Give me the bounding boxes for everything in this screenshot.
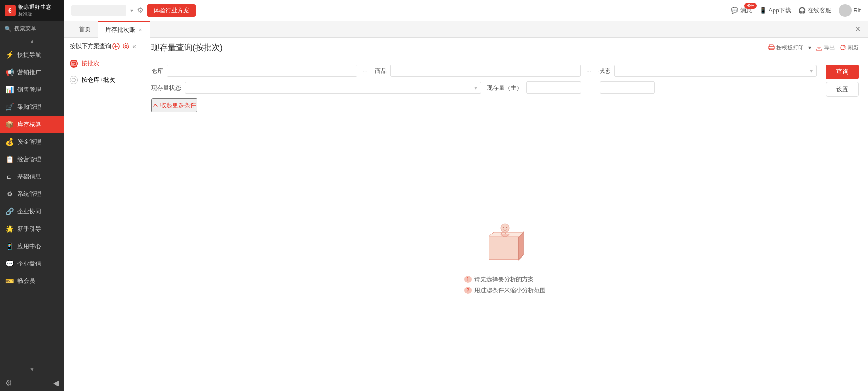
print-template-btn[interactable]: 按模板打印: [768, 44, 804, 52]
tab-close-btn[interactable]: ×: [138, 27, 143, 33]
collapse-more-btn[interactable]: 收起更多条件: [151, 98, 197, 112]
header-left: ▾ ⚙ 体验行业方案: [71, 4, 196, 17]
sidebar-item-label: 库存核算: [17, 120, 41, 129]
sidebar-item-system[interactable]: ⚙ 系统管理: [0, 185, 64, 203]
header-gear-button[interactable]: ⚙: [137, 6, 143, 15]
title-actions: 按模板打印 ▾ 导出 刷新: [768, 44, 859, 52]
inventory-status-select[interactable]: ▾: [185, 82, 481, 94]
inventory-batch-label: 库存批次账: [105, 26, 135, 34]
empty-hints: 1 请先选择要分析的方案 2 用过滤条件来缩小分析范围: [464, 275, 546, 294]
filter-add-btn[interactable]: [112, 43, 120, 50]
close-top-btn[interactable]: ✕: [855, 25, 861, 33]
query-button[interactable]: 查询: [826, 65, 859, 79]
sidebar-item-label: 快捷导航: [17, 51, 41, 59]
print-dropdown-btn[interactable]: ▾: [808, 44, 811, 51]
qty-dash: —: [588, 84, 593, 91]
sidebar-item-quick-nav[interactable]: ⚡ 快捷导航: [0, 46, 64, 64]
action-buttons: 查询 设置: [826, 65, 859, 97]
sidebar-item-operations[interactable]: 📋 经营管理: [0, 151, 64, 168]
page-title: 现存量查询(按批次): [151, 42, 223, 53]
sidebar-item-label: 销售管理: [17, 86, 41, 94]
experience-button[interactable]: 体验行业方案: [147, 4, 196, 17]
app-subtitle: 标准版: [18, 11, 51, 17]
sidebar-item-purchase[interactable]: 🛒 采购管理: [0, 98, 64, 116]
warehouse-batch-scheme-label: 按仓库+批次: [82, 76, 115, 84]
settings-footer-icon[interactable]: ⚙: [5, 379, 12, 387]
sidebar-item-sales[interactable]: 📊 销售管理: [0, 81, 64, 98]
product-more-btn[interactable]: ···: [584, 67, 593, 74]
messages-action[interactable]: 💬 消息 99+: [731, 6, 752, 15]
warehouse-batch-icon: [71, 78, 76, 82]
headset-icon: 🎧: [798, 7, 806, 14]
sidebar-scroll-down[interactable]: ▼: [28, 365, 36, 374]
appstore-icon: 📱: [5, 242, 14, 250]
tab-inventory-batch[interactable]: 库存批次账 ×: [98, 21, 150, 38]
export-icon: [816, 44, 822, 51]
user-action[interactable]: Rit: [839, 4, 861, 17]
sidebar-item-newbie[interactable]: 🌟 新手引导: [0, 220, 64, 238]
svg-point-19: [503, 227, 504, 228]
warehouse-more-btn[interactable]: ···: [361, 67, 369, 74]
batch-icon: [71, 61, 77, 66]
filter-collapse-btn[interactable]: «: [132, 43, 136, 50]
inventory-qty-min-input[interactable]: [526, 81, 581, 94]
avatar: [839, 4, 852, 17]
app-download-action[interactable]: 📱 App下载: [759, 6, 791, 15]
sidebar-item-label: 企业协同: [17, 207, 41, 216]
sidebar-item-label: 资金管理: [17, 138, 41, 146]
finance-icon: 💰: [5, 138, 14, 146]
app-download-label: App下载: [769, 6, 791, 15]
top-header: ▾ ⚙ 体验行业方案 💬 消息 99+ 📱 App下载 🎧 在线客服 Rit: [64, 0, 868, 21]
filter-scheme-batch[interactable]: 按批次: [64, 55, 142, 72]
filter-panel-header: 按以下方案查询: [64, 38, 142, 55]
sidebar-item-finance[interactable]: 💰 资金管理: [0, 133, 64, 151]
inventory-qty-max-input[interactable]: [600, 81, 655, 94]
sidebar-item-membership[interactable]: 🎫 畅会员: [0, 272, 64, 290]
online-service-action[interactable]: 🎧 在线客服: [798, 6, 831, 15]
sidebar-item-appstore[interactable]: 📱 应用中心: [0, 238, 64, 255]
print-icon: [768, 44, 775, 51]
warehouse-input[interactable]: [167, 65, 357, 77]
basics-icon: 🗂: [5, 173, 14, 181]
filter-panel-title: 按以下方案查询: [70, 42, 111, 50]
product-filter: 商品 ···: [375, 65, 593, 77]
dropdown-button[interactable]: ▾: [130, 7, 133, 14]
inventory-icon: 📦: [5, 120, 14, 129]
sidebar-search[interactable]: 🔍 搜索菜单: [0, 21, 64, 36]
sidebar-item-marketing[interactable]: 📢 营销推广: [0, 64, 64, 81]
product-input[interactable]: [390, 65, 581, 77]
message-icon: 💬: [731, 7, 738, 14]
breadcrumb-input[interactable]: [71, 5, 126, 16]
export-btn[interactable]: 导出: [816, 44, 835, 52]
sidebar-footer: ⚙ ◀: [0, 375, 64, 391]
sidebar-item-inventory[interactable]: 📦 库存核算: [0, 116, 64, 133]
hint-text-1: 请先选择要分析的方案: [474, 275, 534, 283]
messages-badge: 99+: [744, 3, 757, 9]
nav-items: ⚡ 快捷导航 📢 营销推广 📊 销售管理 🛒 采购管理 📦 库存核算 💰 资金管…: [0, 46, 64, 364]
inventory-status-label: 现存量状态: [151, 84, 181, 92]
status-select[interactable]: ▾: [614, 65, 817, 77]
svg-rect-10: [769, 45, 773, 47]
header-right: 💬 消息 99+ 📱 App下载 🎧 在线客服 Rit: [731, 4, 861, 17]
page-title-bar: 现存量查询(按批次) 按模板打印 ▾: [142, 38, 868, 58]
filter-settings-btn[interactable]: [122, 43, 130, 50]
hint-text-2: 用过滤条件来缩小分析范围: [474, 286, 546, 294]
settings-button[interactable]: 设置: [826, 82, 859, 97]
sidebar-item-enterprise[interactable]: 🔗 企业协同: [0, 203, 64, 220]
tab-bar: 首页 库存批次账 × ✕: [64, 21, 868, 38]
sidebar-header: 6 畅康通好生意 标准版: [0, 0, 64, 21]
svg-rect-12: [816, 49, 822, 50]
refresh-btn[interactable]: 刷新: [840, 44, 859, 52]
filter-scheme-warehouse-batch[interactable]: 按仓库+批次: [64, 72, 142, 88]
warehouse-filter: 仓库 ···: [151, 65, 369, 77]
sidebar-scroll-up[interactable]: ▲: [28, 37, 36, 45]
add-icon: [112, 43, 120, 50]
tab-home[interactable]: 首页: [71, 22, 98, 37]
collapse-icon: «: [132, 43, 136, 50]
hint-num-2: 2: [464, 287, 472, 294]
sidebar-item-wechat[interactable]: 💬 企业微信: [0, 255, 64, 272]
collapse-sidebar-btn[interactable]: ◀: [53, 379, 59, 387]
sidebar-item-basics[interactable]: 🗂 基础信息: [0, 168, 64, 185]
search-label: 搜索菜单: [14, 25, 36, 33]
warehouse-batch-scheme-icon: [70, 76, 78, 84]
